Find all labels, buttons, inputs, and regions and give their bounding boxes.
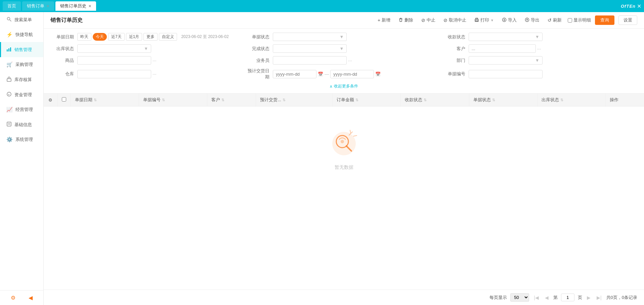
th-amount[interactable]: 订单金额⇅	[332, 93, 400, 107]
sidebar-item-sales-mgmt[interactable]: 销售管理	[0, 42, 43, 57]
complete-status-label: 完成状态	[246, 46, 273, 52]
tab-sales-order[interactable]: 销售订单 ✕	[22, 1, 54, 11]
filter-area: 单据日期 昨天 今天 近7天 近1月 更多 自定义 2023-06-02 至 2…	[44, 29, 644, 93]
page-size-select[interactable]: 50 20 100	[510, 293, 529, 302]
product-input[interactable]	[77, 56, 151, 65]
warehouse-more-btn[interactable]: ···	[153, 71, 157, 77]
calendar-end-icon[interactable]: 📅	[375, 72, 381, 77]
date-today[interactable]: 今天	[93, 33, 107, 41]
th-gear[interactable]: ⚙	[44, 93, 57, 107]
page-label: 第	[553, 295, 558, 301]
sidebar-item-sys-mgmt[interactable]: ⚙️ 系统管理	[0, 132, 43, 147]
date-range-text: 2023-06-02 至 2023-06-02	[181, 34, 228, 40]
sort-customer-icon: ⇅	[221, 98, 224, 102]
sidebar-item-basic-info[interactable]: 基础信息	[0, 117, 43, 132]
sidebar-item-finance[interactable]: ¥ 资金管理	[0, 87, 43, 102]
display-detail-checkbox[interactable]	[568, 18, 572, 23]
date-more[interactable]: 更多	[143, 33, 158, 41]
sidebar-item-operations[interactable]: 📈 经营管理	[0, 102, 43, 117]
date-yesterday[interactable]: 昨天	[77, 33, 91, 41]
current-page-input[interactable]	[561, 294, 574, 301]
collapse-btn[interactable]: ∧ 收起更多条件	[50, 83, 637, 89]
delivery-date-label: 预计交货日期	[246, 68, 273, 80]
setting-btn[interactable]: 设置	[618, 15, 637, 25]
tab-sales-order-history[interactable]: 销售订单历史 ✕	[55, 1, 96, 11]
sidebar-item-purchase-mgmt[interactable]: 🛒 采购管理	[0, 57, 43, 72]
next-page-btn[interactable]: ▶	[586, 294, 592, 301]
close-tab-sales-order-history[interactable]: ✕	[88, 4, 91, 8]
new-icon: +	[378, 17, 380, 23]
cancel-stop-btn[interactable]: ⊘ 取消中止	[441, 16, 468, 25]
sidebar-item-inventory[interactable]: 库存核算	[0, 72, 43, 87]
svg-line-1	[10, 20, 11, 21]
empty-state: 暂无数据	[44, 107, 644, 191]
query-btn[interactable]: 查询	[595, 15, 614, 25]
delivery-date-start[interactable]	[273, 70, 316, 78]
svg-rect-5	[7, 79, 11, 81]
bill-status-select[interactable]: ▼	[273, 33, 347, 41]
date-custom[interactable]: 自定义	[159, 33, 177, 41]
th-date[interactable]: 单据日期⇅	[71, 93, 139, 107]
close-tab-sales-order[interactable]: ✕	[46, 4, 49, 8]
product-more-btn[interactable]: ···	[153, 58, 157, 63]
sidebar-label-sales-mgmt: 销售管理	[14, 47, 32, 53]
sidebar-collapse-btn[interactable]: ◀	[29, 295, 33, 301]
sort-number-icon: ⇅	[162, 98, 165, 102]
out-status-select[interactable]: ▼	[77, 44, 151, 53]
print-dropdown-icon[interactable]: ▼	[490, 18, 494, 22]
salesperson-input[interactable]	[273, 56, 347, 65]
date-last1m[interactable]: 近1月	[126, 33, 142, 41]
date-last7[interactable]: 近7天	[108, 33, 125, 41]
bill-number-input[interactable]	[469, 70, 543, 78]
delete-btn[interactable]: 删除	[396, 16, 415, 25]
svg-rect-2	[7, 49, 8, 51]
complete-status-select[interactable]: ▼	[273, 44, 347, 53]
salesperson-label: 业务员	[246, 58, 273, 64]
quick-nav-icon: ⚡	[6, 32, 13, 38]
refresh-btn[interactable]: ↺ 刷新	[546, 16, 564, 25]
prev-page-btn[interactable]: ◀	[544, 294, 550, 301]
new-btn[interactable]: + 新增	[376, 16, 392, 25]
refresh-icon: ↺	[548, 17, 552, 23]
calendar-start-icon[interactable]: 📅	[318, 72, 323, 77]
th-bill-status[interactable]: 单据状态⇅	[469, 93, 537, 107]
customer-more-btn[interactable]: ···	[537, 46, 541, 51]
sidebar-item-quick-nav[interactable]: ⚡ 快捷导航	[0, 27, 43, 42]
export-btn[interactable]: 导出	[523, 16, 542, 25]
select-all-checkbox[interactable]	[62, 97, 66, 102]
th-customer[interactable]: 客户⇅	[207, 93, 256, 107]
topbar-brand: OfTEn	[621, 4, 636, 9]
first-page-btn[interactable]: |◀	[532, 294, 540, 301]
toolbar: + 新增 删除 ⊘ 中止 ⊘ 取消中止	[376, 15, 637, 25]
display-detail-group: 显示明细	[568, 17, 591, 23]
delivery-date-end[interactable]	[330, 70, 374, 78]
sidebar-settings-btn[interactable]: ⚙	[11, 295, 15, 301]
cancel-stop-icon: ⊘	[443, 17, 447, 23]
receipt-status-select[interactable]: ▼	[469, 33, 543, 41]
bill-status-dropdown-icon: ▼	[339, 34, 344, 39]
th-out-status[interactable]: 出库状态⇅	[537, 93, 605, 107]
tab-home[interactable]: 首页	[3, 1, 21, 11]
th-delivery[interactable]: 预计交货...⇅	[256, 93, 332, 107]
last-page-btn[interactable]: ▶|	[595, 294, 603, 301]
window-close-btn[interactable]: ✕	[637, 3, 641, 9]
th-receipt-status[interactable]: 收款状态⇅	[401, 93, 469, 107]
import-btn[interactable]: 导入	[500, 16, 519, 25]
product-label: 商品	[50, 58, 77, 64]
sidebar-item-search-menu[interactable]: 搜索菜单	[0, 12, 43, 27]
basic-info-icon	[6, 121, 12, 128]
customer-input[interactable]	[469, 44, 536, 53]
stop-icon: ⊘	[421, 17, 425, 23]
th-number[interactable]: 单据编号⇅	[139, 93, 207, 107]
total-text: 共0页，0条记录	[606, 295, 637, 301]
salesperson-more-btn[interactable]: ···	[348, 58, 352, 63]
finance-icon: ¥	[6, 91, 12, 98]
sidebar-label-basic-info: 基础信息	[14, 122, 32, 128]
receipt-status-label: 收款状态	[442, 34, 469, 40]
warehouse-input[interactable]	[77, 70, 151, 78]
print-icon	[474, 17, 479, 23]
stop-btn[interactable]: ⊘ 中止	[419, 16, 437, 25]
print-btn[interactable]: 打印 ▼	[472, 16, 496, 25]
department-select[interactable]: ▼	[469, 56, 543, 65]
gear-icon[interactable]: ⚙	[48, 98, 52, 103]
